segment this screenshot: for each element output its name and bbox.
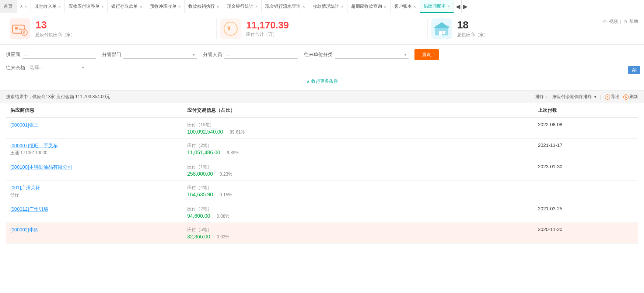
supplier-link[interactable]: [000100]本特勤油品有限公司 [10,164,187,170]
card1-label: 总应付供应商（家） [35,32,75,38]
table-row: [001]广州荣轩 仔仔 应付（4笔） 164,635.90 0.15% [6,181,638,202]
supplier-link[interactable]: [000001]张三 [10,122,187,128]
supplier-cell: [000002]李四 [10,227,187,233]
tx-amount[interactable]: 100,092,540.00 [187,129,223,135]
nav-tab-customer-book[interactable]: 客户账本 × [391,0,420,13]
close-icon[interactable]: × [101,4,104,9]
table-header: 供应商信息 应付交易信息（占比） 上次付数 [6,103,638,118]
tx-percent: 89.61% [230,130,245,135]
sort-select[interactable]: 按应付余额倒序排序 ▾ [552,94,596,100]
tx-cell: 应付（5笔） 32,366.00 0.03% [187,227,538,239]
nav-prev-arrow[interactable]: ◀ [454,0,461,13]
nav-tab-adjust[interactable]: 应收应付调整单 × [65,0,108,13]
last-pay: 2021-11-17 [538,142,634,148]
nav-tab-overdue[interactable]: 超期应收款查询 × [347,0,390,13]
filter-row-1: 供应商 分管部门 ▾ 分管人员 往来单位分类 ▾ 查询 [6,49,638,60]
svg-rect-14 [442,31,445,34]
supplier-link[interactable]: [000007]恒旺二手叉车 [10,142,187,149]
tx-amount[interactable]: 94,600.00 [187,213,210,219]
tx-label: 应付（4笔） [187,185,538,191]
person-input[interactable] [224,51,298,59]
export-label: 导出 [611,94,620,100]
nav-tab-cash-flow[interactable]: 现金银行流水查询 × [262,0,309,13]
dept-select[interactable]: ▾ [123,51,197,59]
nav-tab-3[interactable]: 3 × [17,0,31,13]
tx-row: 164,635.90 0.15% [187,191,538,197]
close-icon[interactable]: × [59,4,61,9]
query-button[interactable]: 查询 [414,49,439,60]
close-icon[interactable]: × [24,4,27,9]
balance-select-text: 选择... [29,64,82,71]
supplier-input[interactable] [22,51,96,59]
table-row: [000002]李四 应付（5笔） 32,366.00 0.03% 2020-1… [6,223,638,244]
nav-tab-cash-stat[interactable]: 现金银行统计 × [223,0,262,13]
nav-next-arrow[interactable]: ▶ [461,0,469,13]
video-link[interactable]: 视频 [609,18,618,25]
close-icon[interactable]: × [341,4,343,9]
collapse-bar: ∧ 收起更多条件 [6,75,638,87]
supplier-cell: [000007]恒旺二手叉车 王通 17106110000 [10,142,187,156]
tx-label: 应付（1笔） [187,164,538,170]
supplier-link[interactable]: [000002]李四 [10,227,187,233]
supplier-label: 供应商 [6,51,20,58]
ai-badge[interactable]: Ai [628,66,640,74]
tx-amount[interactable]: 32,366.00 [187,234,210,239]
close-icon[interactable]: × [384,4,386,9]
help-icon: ⊙ [623,19,627,24]
balance-select[interactable]: 选择... ▾ [27,63,86,72]
supplier-cell: [000001]张三 [10,122,187,128]
supplier-cell: [001]广州荣轩 仔仔 [10,185,187,198]
tx-row: 258,000.00 0.23% [187,170,538,177]
close-icon[interactable]: × [302,4,305,9]
close-icon[interactable]: × [255,4,258,9]
card2-label: 应付合计（万） [246,31,289,38]
tx-amount[interactable]: 258,000.00 [187,171,213,177]
category-select[interactable]: ▾ [335,51,409,59]
sort-chevron-icon: ▾ [594,94,596,99]
nav-tab-home[interactable]: 首页 [0,0,17,13]
card2-info: 11,170.39 应付合计（万） [246,20,289,38]
supplier-link[interactable]: [001]广州荣轩 [10,185,187,191]
dept-label: 分管部门 [102,51,121,58]
col-header-lastpay: 上次付数 [538,107,634,114]
tx-amount[interactable]: 164,635.90 [187,192,213,197]
result-bar: 搜索结果中，供应商13家 应付金额 111,703,854.00元 排序： 按应… [0,91,644,103]
close-icon[interactable]: × [178,4,181,9]
refresh-icon: ↻ [623,94,629,100]
refresh-button[interactable]: ↻ 刷新 [623,94,638,100]
table-wrap: 供应商信息 应付交易信息（占比） 上次付数 [000001]张三 应付（15笔）… [0,103,644,293]
last-pay: 2023-01-30 [538,164,634,169]
balance-label: 往来余额 [6,65,25,71]
tx-cell: 应付（2笔） 94,600.00 0.08% [187,206,538,219]
tx-row: 94,600.00 0.08% [187,212,538,219]
nav-tab-recv-stat[interactable]: 收款情况统计 × [309,0,347,13]
nav-tab-verify[interactable]: 收款核销执行 × [185,0,223,13]
nav-tab-supplier-book[interactable]: 供应商账本 × [420,0,454,13]
close-icon[interactable]: × [448,4,450,8]
close-icon[interactable]: × [217,4,219,9]
card2-number: 11,170.39 [246,20,289,30]
nav-tab-advance-recv[interactable]: 预收冲应收单 × [146,0,185,13]
collapse-button[interactable]: ∧ 收起更多条件 [301,77,343,86]
result-info-text: 搜索结果中，供应商13家 应付金额 111,703,854.00元 [6,94,110,100]
top-right-links: ⊙ 视频 | ⊙ 帮助 [603,18,638,25]
close-icon[interactable]: × [414,4,416,9]
tx-amount[interactable]: 11,051,486.00 [187,149,220,155]
nav-tab-bank[interactable]: 银行存取款单 × [108,0,146,13]
export-icon: ↑ [605,94,610,100]
supplier-link[interactable]: [000012]广州贝瑞 [10,206,187,213]
svg-rect-2 [15,27,18,30]
collapse-label: 收起更多条件 [311,78,338,85]
supplier-cell: [000012]广州贝瑞 [10,206,187,213]
col-header-supplier: 供应商信息 [10,107,187,114]
close-icon[interactable]: × [140,4,142,9]
chevron-down-icon-2: ▾ [404,52,406,57]
table-body: [000001]张三 应付（15笔） 100,092,540.00 89.61%… [6,118,638,293]
nav-tab-other-income[interactable]: 其他收入单 × [31,0,65,13]
help-link[interactable]: 帮助 [629,18,638,25]
filter-row-2: 往来余额 选择... ▾ [6,63,638,72]
payable-suppliers-icon: ¥ [10,18,30,39]
summary-area: ¥ 13 总应付供应商（家） ¥ 11,170.39 应付合计（万） [0,13,644,45]
export-button[interactable]: ↑ 导出 [605,94,620,100]
tx-label: 应付（15笔） [187,122,538,128]
